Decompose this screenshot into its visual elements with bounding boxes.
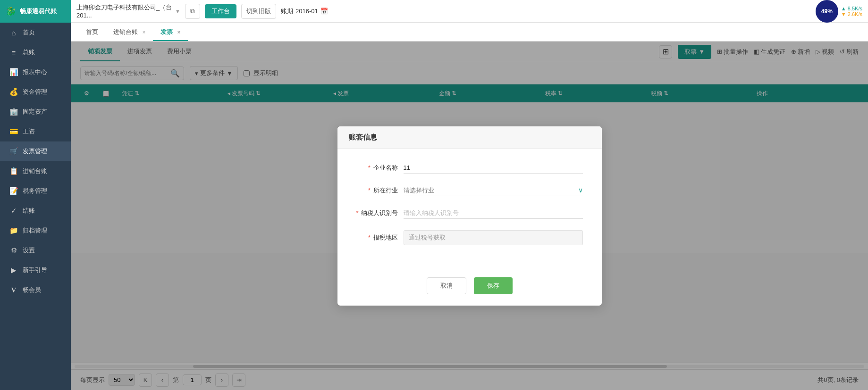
- chevron-down-icon: ▼: [175, 8, 180, 14]
- sidebar-item-invoice[interactable]: 🛒 发票管理: [0, 141, 71, 161]
- industry-select-wrap[interactable]: ∨: [404, 185, 583, 196]
- tab-home-label: 首页: [86, 28, 98, 35]
- logo-icon: 🐉: [6, 6, 16, 17]
- arrow-up-icon: ▲: [841, 6, 846, 11]
- calendar-icon[interactable]: 📅: [320, 8, 328, 15]
- sidebar-item-ledger[interactable]: ≡ 总账: [0, 42, 71, 62]
- tax-id-input[interactable]: [404, 207, 583, 219]
- sidebar-item-salary[interactable]: 💳 工资: [0, 122, 71, 141]
- period-info: 账期 2016-01 📅: [281, 7, 328, 16]
- sidebar-logo: 🐉 畅康通易代账: [0, 0, 71, 23]
- speed-circle: 49%: [816, 0, 838, 23]
- tab-trade-label: 进销台账: [113, 28, 138, 35]
- assets-icon: 🏢: [9, 108, 18, 116]
- dialog-footer: 取消 保存: [337, 270, 602, 306]
- sidebar-item-settings[interactable]: ⚙ 设置: [0, 241, 71, 260]
- company-name: 上海卯金刀电子科技有限公司_（台201...: [76, 3, 173, 19]
- sidebar: 🐉 畅康通易代账 ⌂ 首页 ≡ 总账 📊 报表中心 💰 资金管理 🏢 固定资产 …: [0, 0, 71, 390]
- speed-info: ▲ 8.5K/s ▼ 2.6K/s: [841, 6, 862, 17]
- dialog-body: * 企业名称 * 所在行业 ∨: [337, 149, 602, 270]
- logo-text: 畅康通易代账: [20, 7, 57, 16]
- old-version-button[interactable]: 切到旧版: [241, 4, 276, 19]
- form-row-tax-id: * 纳税人识别号: [356, 207, 583, 219]
- sidebar-item-guide[interactable]: ▶ 新手引导: [0, 260, 71, 280]
- company-selector[interactable]: 上海卯金刀电子科技有限公司_（台201... ▼: [76, 3, 180, 19]
- sidebar-item-label: 税务管理: [23, 187, 47, 195]
- form-row-company: * 企业名称: [356, 162, 583, 174]
- sidebar-item-label: 结账: [23, 207, 35, 215]
- invoice-icon: 🛒: [9, 147, 18, 156]
- industry-select-input[interactable]: [404, 185, 578, 196]
- account-info-dialog: 账套信息 * 企业名称 * 所在行业: [337, 126, 602, 306]
- company-name-input[interactable]: [404, 162, 583, 174]
- required-marker: *: [356, 209, 359, 216]
- sidebar-item-trade[interactable]: 📋 进销台账: [0, 161, 71, 181]
- speed-percent: 49%: [821, 8, 833, 15]
- settle-icon: ✓: [9, 207, 18, 215]
- main-area: 上海卯金刀电子科技有限公司_（台201... ▼ ⧉ 工作台 切到旧版 账期 2…: [71, 0, 868, 390]
- sidebar-item-home[interactable]: ⌂ 首页: [0, 23, 71, 42]
- tax-icon: 📝: [9, 187, 18, 195]
- required-marker: *: [368, 187, 371, 194]
- sidebar-item-member[interactable]: V 畅会员: [0, 280, 71, 300]
- industry-label: * 所在行业: [356, 186, 404, 195]
- sidebar-item-label: 新手引导: [23, 266, 47, 274]
- required-marker: *: [368, 234, 371, 241]
- sidebar-item-label: 工资: [23, 127, 35, 136]
- guide-icon: ▶: [9, 266, 18, 274]
- trade-icon: 📋: [9, 167, 18, 175]
- sidebar-item-label: 畅会员: [23, 286, 41, 294]
- sidebar-item-label: 报表中心: [23, 68, 47, 76]
- tab-invoice-label: 发票: [160, 28, 173, 35]
- tab-home[interactable]: 首页: [78, 24, 106, 41]
- salary-icon: 💳: [9, 127, 18, 136]
- required-marker: *: [368, 164, 371, 171]
- tabs-bar: 首页 进销台账 × 发票 ×: [71, 23, 868, 41]
- sidebar-item-tax[interactable]: 📝 税务管理: [0, 181, 71, 201]
- company-name-label: * 企业名称: [356, 164, 404, 172]
- content-area: 销项发票 进项发票 费用小票 ⊞ 取票 ▼ ⊞ 批量操作 ◧: [71, 41, 868, 390]
- ledger-icon: ≡: [9, 49, 18, 57]
- copy-icon[interactable]: ⧉: [185, 4, 200, 19]
- tax-id-label: * 纳税人识别号: [356, 209, 404, 217]
- form-row-industry: * 所在行业 ∨: [356, 185, 583, 196]
- sidebar-item-label: 总账: [23, 48, 35, 57]
- capital-icon: 💰: [9, 88, 18, 96]
- home-icon: ⌂: [9, 29, 18, 37]
- speed-up: ▲ 8.5K/s: [841, 6, 862, 11]
- sidebar-item-label: 首页: [23, 28, 35, 37]
- save-button[interactable]: 保存: [474, 277, 513, 294]
- tax-region-readonly: 通过税号获取: [404, 230, 583, 245]
- sidebar-item-capital[interactable]: 💰 资金管理: [0, 82, 71, 102]
- tab-invoice[interactable]: 发票 ×: [153, 24, 188, 41]
- tab-invoice-close[interactable]: ×: [177, 29, 180, 35]
- sidebar-item-settle[interactable]: ✓ 结账: [0, 201, 71, 221]
- form-row-tax-region: * 报税地区 通过税号获取: [356, 230, 583, 245]
- sidebar-item-archive[interactable]: 📁 归档管理: [0, 221, 71, 241]
- sidebar-item-label: 发票管理: [23, 147, 47, 156]
- sidebar-item-assets[interactable]: 🏢 固定资产: [0, 102, 71, 122]
- member-icon: V: [9, 286, 18, 294]
- sidebar-item-report[interactable]: 📊 报表中心: [0, 62, 71, 82]
- settings-icon: ⚙: [9, 246, 18, 255]
- workbench-button[interactable]: 工作台: [205, 4, 236, 18]
- tab-trade-close[interactable]: ×: [143, 29, 145, 35]
- period-value: 2016-01: [295, 8, 318, 15]
- arrow-down-icon: ▼: [841, 11, 846, 17]
- sidebar-item-label: 进销台账: [23, 167, 47, 175]
- chevron-down-icon[interactable]: ∨: [578, 186, 583, 194]
- tax-region-label: * 报税地区: [356, 233, 404, 242]
- report-icon: 📊: [9, 68, 18, 76]
- tab-trade[interactable]: 进销台账 ×: [106, 24, 153, 41]
- dialog-title: 账套信息: [337, 126, 602, 149]
- period-label: 账期: [281, 7, 293, 16]
- cancel-button[interactable]: 取消: [427, 277, 466, 294]
- sidebar-item-label: 资金管理: [23, 88, 47, 96]
- sidebar-item-label: 归档管理: [23, 226, 47, 235]
- modal-overlay: 账套信息 * 企业名称 * 所在行业: [71, 41, 868, 390]
- topbar-right: 49% ▲ 8.5K/s ▼ 2.6K/s: [816, 0, 862, 23]
- archive-icon: 📁: [9, 226, 18, 235]
- speed-down: ▼ 2.6K/s: [841, 11, 862, 17]
- sidebar-item-label: 固定资产: [23, 108, 47, 116]
- sidebar-item-label: 设置: [23, 246, 35, 255]
